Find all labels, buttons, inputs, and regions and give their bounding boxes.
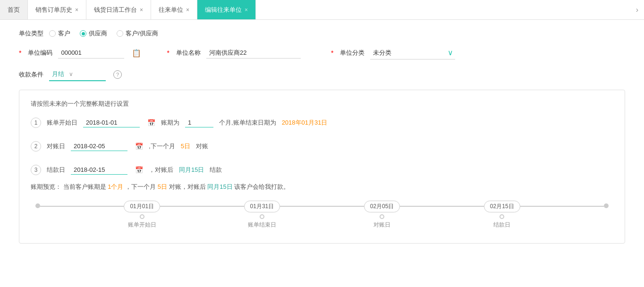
radio-both[interactable]: 客户/供应商 [117, 29, 158, 38]
radio-supplier[interactable]: 供应商 [80, 29, 107, 38]
step-1-period-input[interactable] [185, 118, 213, 127]
category-dropdown-icon[interactable]: ∨ [446, 46, 455, 59]
tab-counterparty-close[interactable]: × [186, 7, 189, 13]
step-1-label: 账单开始日 [47, 118, 77, 127]
section-intro: 请按照未来的一个完整帐期进行设置 [31, 100, 613, 108]
step-3-row: 3 结款日 📅 ，对账后 同月15日 结款 [31, 165, 613, 175]
help-icon[interactable]: ? [113, 70, 122, 79]
step-2-date-input[interactable] [71, 142, 127, 151]
timeline-container: 01月01日 账单开始日 01月31日 账单结束日 02月05日 [31, 201, 613, 234]
preview-label: 账期预览： [31, 183, 61, 190]
payment-condition-arrow[interactable]: ∨ [69, 71, 73, 77]
radio-supplier-circle [80, 30, 86, 37]
timeline-point-2: 01月31日 账单结束日 [244, 201, 280, 229]
radio-customer-label: 客户 [58, 29, 70, 38]
step-2-num: 2 [31, 141, 41, 152]
timeline-left-dot [35, 201, 40, 208]
timeline-right-dot-circle [604, 203, 609, 208]
radio-customer-circle [49, 30, 56, 37]
step-1-calendar-icon[interactable]: 📅 [147, 119, 155, 127]
timeline-point-3: 02月05日 对账日 [364, 201, 400, 229]
unit-code-input[interactable] [58, 47, 124, 59]
timeline-point-1: 01月01日 账单开始日 [124, 201, 160, 229]
step-2-highlight: 5日 [181, 142, 190, 151]
step-3-suffix-end: 结款 [210, 166, 222, 174]
timeline-label-3: 对账日 [373, 221, 390, 229]
unit-type-label: 单位类型 [19, 29, 43, 38]
tab-counterparty-label: 往来单位 [159, 6, 183, 14]
unit-category-select[interactable]: 未分类 ∨ [370, 46, 455, 59]
unit-name-label: 单位名称 [176, 49, 201, 57]
period-settings-section: 请按照未来的一个完整帐期进行设置 1 账单开始日 📅 账期为 个月,账单结束日期… [19, 90, 625, 244]
payment-condition-value: 月结 [49, 68, 67, 80]
payment-condition-select[interactable]: 月结 ∨ [49, 68, 106, 81]
step-2-row: 2 对账日 📅 ,下一个月 5日 对账 [31, 141, 613, 152]
unit-type-row: 单位类型 客户 供应商 客户/供应商 [19, 29, 625, 38]
unit-code-required: * [19, 49, 21, 57]
tab-cash-workbench-close[interactable]: × [140, 7, 143, 13]
step-2-label: 对账日 [47, 142, 65, 151]
tab-edit-counterparty-close[interactable]: × [245, 7, 248, 13]
step-1-row: 1 账单开始日 📅 账期为 个月,账单结束日期为 2018年01月31日 [31, 118, 613, 128]
preview-text-2: ，下一个月 [125, 183, 156, 190]
timeline-right-dot [604, 201, 609, 208]
tab-sales-history[interactable]: 销售订单历史 × [28, 0, 86, 19]
radio-both-label: 客户/供应商 [126, 29, 158, 38]
timeline-date-3: 02月05日 [364, 201, 400, 212]
unit-code-icon[interactable]: 📋 [132, 49, 141, 58]
timeline-dot-2 [260, 214, 264, 219]
timeline-points: 01月01日 账单开始日 01月31日 账单结束日 02月05日 [35, 201, 609, 229]
unit-code-label: 单位编码 [28, 49, 52, 57]
tab-edit-counterparty[interactable]: 编辑往来单位 × [197, 0, 256, 19]
step-2-calendar-icon[interactable]: 📅 [135, 143, 143, 150]
step-1-period-prefix: 账期为 [161, 118, 179, 127]
tab-home[interactable]: 首页 [0, 0, 28, 19]
step-3-date-input[interactable] [71, 165, 127, 175]
unit-category-value: 未分类 [370, 47, 446, 59]
timeline-dot-4 [500, 214, 504, 219]
tabs-scroll-arrow[interactable]: › [630, 0, 644, 19]
timeline-label-1: 账单开始日 [128, 221, 156, 229]
tab-cash-workbench-label: 钱货日清工作台 [94, 6, 137, 14]
payment-condition-row: 收款条件 月结 ∨ ? [19, 68, 625, 81]
step-1-period-suffix: 个月,账单结束日期为 [219, 118, 276, 127]
radio-customer[interactable]: 客户 [49, 29, 70, 38]
unit-name-input[interactable] [206, 47, 301, 59]
radio-both-circle [117, 30, 123, 37]
preview-text-1: 当前客户账期是 [63, 183, 106, 190]
preview-highlight2: 5日 [158, 183, 167, 190]
timeline-track: 01月01日 账单开始日 01月31日 账单结束日 02月05日 [35, 201, 609, 234]
tab-edit-counterparty-label: 编辑往来单位 [205, 6, 242, 14]
timeline-dot-1 [140, 214, 144, 219]
unit-category-label: 单位分类 [340, 49, 364, 57]
step-1-date-input[interactable] [83, 118, 140, 127]
payment-condition-label: 收款条件 [19, 70, 43, 79]
step-3-highlight: 同月15日 [179, 166, 204, 174]
step-2-suffix-end: 对账 [196, 142, 208, 151]
tab-counterparty[interactable]: 往来单位 × [151, 0, 197, 19]
tab-cash-workbench[interactable]: 钱货日清工作台 × [86, 0, 151, 19]
timeline-date-4: 02月15日 [484, 201, 520, 212]
tabs-bar: 首页 销售订单历史 × 钱货日清工作台 × 往来单位 × 编辑往来单位 × › [0, 0, 644, 20]
radio-group-unit-type: 客户 供应商 客户/供应商 [49, 29, 158, 38]
step-2-suffix-prefix: ,下一个月 [149, 142, 175, 151]
unit-category-required: * [331, 49, 333, 57]
timeline-label-2: 账单结束日 [248, 221, 276, 229]
preview-highlight3: 同月15日 [207, 183, 232, 190]
preview-text: 账期预览： 当前客户账期是 1个月 ，下一个月 5日 对账，对账后 同月15日 … [31, 183, 613, 191]
page-content: 单位类型 客户 供应商 客户/供应商 * 单位编码 📋 * 单位名称 [0, 20, 644, 287]
timeline-date-1: 01月01日 [124, 201, 160, 212]
radio-supplier-label: 供应商 [89, 29, 107, 38]
preview-text-3: 对账，对账后 [169, 183, 206, 190]
timeline-point-4: 02月15日 结款日 [484, 201, 520, 229]
tab-sales-history-close[interactable]: × [75, 7, 78, 13]
preview-highlight1: 1个月 [108, 183, 123, 190]
timeline-left-dot-circle [35, 203, 40, 208]
step-1-period-end: 2018年01月31日 [282, 118, 328, 127]
step-3-calendar-icon[interactable]: 📅 [135, 166, 143, 174]
step-1-num: 1 [31, 118, 41, 128]
step-3-suffix-prefix: ，对账后 [149, 166, 173, 174]
tab-sales-history-label: 销售订单历史 [35, 6, 72, 14]
timeline-label-4: 结款日 [493, 221, 510, 229]
timeline-dot-3 [380, 214, 384, 219]
